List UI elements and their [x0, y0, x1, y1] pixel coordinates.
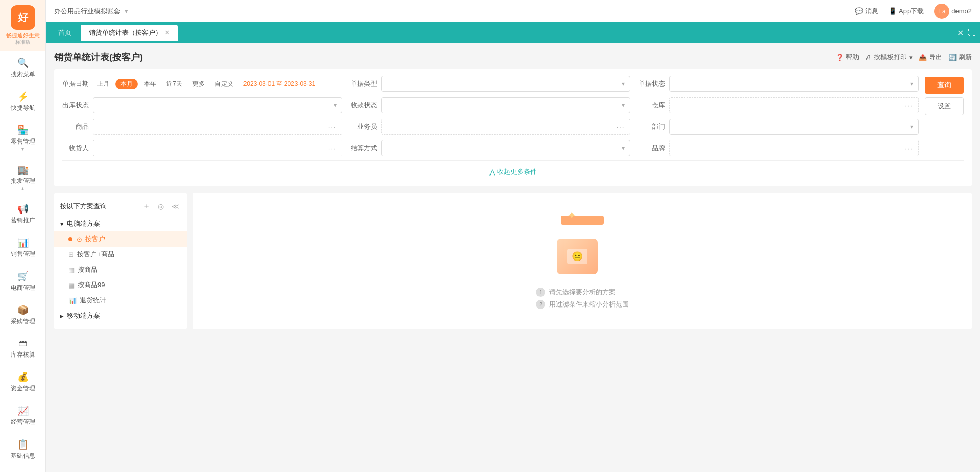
tree-label-mobile: 移动端方案 [67, 311, 100, 320]
top-filter-area: 单据日期 上月 本月 本年 近7天 更多 自定义 2023-03-01 至 20… [54, 69, 972, 186]
sidebar-item-sales[interactable]: 📊 销售管理 [0, 231, 45, 265]
warehouse-dots: ··· [904, 102, 913, 109]
tip-2: 2 用过滤条件来缩小分析范围 [536, 300, 629, 309]
sidebar-item-inventory[interactable]: 🗃 库存核算 [0, 332, 45, 365]
tree-label-return: 退货统计 [80, 296, 106, 305]
app-icon: 📱 [889, 7, 897, 15]
warehouse-label: 仓库 [639, 101, 665, 110]
date-label: 单据日期 [62, 79, 89, 88]
tab-home[interactable]: 首页 [50, 25, 80, 41]
sidebar-item-retail[interactable]: 🏪 零售管理 ▾ [0, 119, 45, 158]
filter-row-3: 商品 ··· 业务员 ··· [62, 119, 919, 135]
date-tab-7days[interactable]: 近7天 [162, 78, 186, 90]
sidebar-item-finance-label: 资金管理 [11, 384, 35, 393]
export-btn[interactable]: 📤 导出 [919, 53, 942, 62]
out-status-group: 出库状态 ▾ [62, 97, 342, 113]
face-icon: 😐 [572, 251, 583, 262]
tree-item-goods[interactable]: ▦ 按商品 [54, 262, 187, 277]
receive-status-control[interactable]: ▾ [381, 97, 631, 113]
date-tab-lastmonth[interactable]: 上月 [93, 78, 113, 90]
sidebar-item-shortcut[interactable]: ⚡ 快捷导航 [0, 85, 45, 119]
collapse-panel-btn[interactable]: ≪ [169, 201, 181, 212]
box-face: 😐 [567, 249, 587, 264]
sidebar-item-ecommerce-label: 电商管理 [11, 284, 35, 292]
brand-group: 品牌 ··· [639, 140, 919, 156]
left-panel-title: 按以下方案查询 [60, 202, 107, 211]
goods-group: 商品 ··· [62, 119, 342, 135]
receive-status-chevron: ▾ [622, 102, 625, 109]
maximize-icon[interactable]: ⛶ [968, 28, 976, 37]
out-status-control[interactable]: ▾ [93, 97, 342, 113]
tree-item-customer[interactable]: ⊙ 按客户 [54, 231, 187, 247]
operation-icon: 📈 [17, 405, 29, 416]
sidebar-item-finance[interactable]: 💰 资金管理 [0, 365, 45, 399]
collapse-button[interactable]: ⋀ 收起更多条件 [62, 163, 964, 180]
date-tab-thisyear[interactable]: 本年 [140, 78, 160, 90]
tab-sales-stat[interactable]: 销货单统计表（按客户） × [81, 25, 178, 41]
order-type-control[interactable]: ▾ [381, 76, 631, 92]
help-icon: ❓ [836, 54, 844, 61]
tree-item-mobile[interactable]: ▸ 移动端方案 [54, 308, 187, 323]
tab-close-icon[interactable]: × [165, 29, 169, 37]
date-tab-custom[interactable]: 自定义 [211, 78, 237, 90]
sidebar-item-system[interactable]: ⚙️ 系统管理 [0, 466, 45, 472]
sidebar-item-operation[interactable]: 📈 经营管理 [0, 399, 45, 433]
avatar: Ea [934, 4, 949, 19]
user-area[interactable]: Ea demo2 [934, 4, 972, 19]
print-btn[interactable]: 🖨 按模板打印 ▾ [865, 53, 913, 62]
filter-row-2: 出库状态 ▾ 收款状态 ▾ [62, 97, 919, 113]
settlement-control[interactable]: ▾ [381, 140, 631, 156]
close-window-icon[interactable]: ✕ [957, 28, 964, 38]
tip-num-2: 2 [536, 300, 545, 309]
tree-item-return[interactable]: 📊 退货统计 [54, 293, 187, 308]
sidebar-item-ecommerce[interactable]: 🛒 电商管理 [0, 265, 45, 298]
warehouse-control[interactable]: ··· [669, 97, 919, 113]
out-status-chevron: ▾ [334, 102, 337, 109]
recipient-control[interactable]: ··· [93, 140, 342, 156]
receive-status-label: 收款状态 [351, 101, 377, 110]
sidebar-item-wholesale[interactable]: 🏬 批发管理 ▴ [0, 158, 45, 197]
order-status-control[interactable]: ▾ [669, 76, 919, 92]
help-label: 帮助 [846, 53, 859, 62]
help-btn[interactable]: ❓ 帮助 [836, 53, 859, 62]
tree-item-pc[interactable]: ▾ 电脑端方案 [54, 216, 187, 231]
sidebar-item-marketing[interactable]: 📢 营销推广 [0, 197, 45, 231]
page-header: 销货单统计表(按客户) ❓ 帮助 🖨 按模板打印 ▾ 📤 导出 🔄 刷新 [54, 51, 972, 63]
tree-label-goods: 按商品 [78, 265, 97, 274]
logo-text: 畅捷通好生意 [6, 32, 40, 39]
settlement-chevron: ▾ [622, 145, 625, 152]
order-status-chevron: ▾ [910, 80, 913, 87]
goods-label: 商品 [62, 122, 89, 131]
salesman-label: 业务员 [351, 122, 377, 131]
brand-control[interactable]: ··· [669, 140, 919, 156]
print-icon: 🖨 [865, 54, 872, 61]
app-download-btn[interactable]: 📱 App下载 [889, 7, 924, 16]
sidebar-item-basic[interactable]: 📋 基础信息 [0, 433, 45, 466]
refresh-btn[interactable]: 🔄 刷新 [948, 53, 972, 62]
sidebar-item-marketing-label: 营销推广 [11, 216, 35, 225]
industry-dropdown-icon[interactable]: ▾ [125, 7, 128, 15]
settlement-group: 结算方式 ▾ [351, 140, 631, 156]
date-filter-group: 单据日期 上月 本月 本年 近7天 更多 自定义 2023-03-01 至 20… [62, 78, 342, 90]
tree-item-goods99[interactable]: ▦ 按商品99 [54, 277, 187, 293]
query-button[interactable]: 查询 [925, 77, 964, 94]
edit-scheme-btn[interactable]: ◎ [155, 201, 166, 212]
page-content: 销货单统计表(按客户) ❓ 帮助 🖨 按模板打印 ▾ 📤 导出 🔄 刷新 [46, 43, 980, 472]
marketing-icon: 📢 [17, 203, 29, 215]
sidebar-item-shortcut-label: 快捷导航 [11, 104, 35, 112]
tree-item-customer-goods[interactable]: ⊞ 按客户+商品 [54, 247, 187, 262]
message-btn[interactable]: 💬 消息 [855, 7, 878, 16]
sidebar-item-purchase[interactable]: 📦 采购管理 [0, 298, 45, 332]
add-scheme-btn[interactable]: ＋ [141, 201, 152, 212]
date-tab-more[interactable]: 更多 [188, 78, 209, 90]
date-tab-thismonth[interactable]: 本月 [115, 79, 138, 89]
tree-icon-customer: ⊙ [77, 235, 82, 243]
dept-control[interactable]: ▾ [669, 119, 919, 135]
sidebar-item-search[interactable]: 🔍 搜索菜单 [0, 51, 45, 85]
goods-dots: ··· [328, 123, 337, 131]
salesman-control[interactable]: ··· [381, 119, 631, 135]
collapse-bar: ⋀ 收起更多条件 [62, 160, 964, 180]
print-label: 按模板打印 [874, 53, 907, 62]
settings-button[interactable]: 设置 [925, 97, 964, 115]
goods-control[interactable]: ··· [93, 119, 342, 135]
